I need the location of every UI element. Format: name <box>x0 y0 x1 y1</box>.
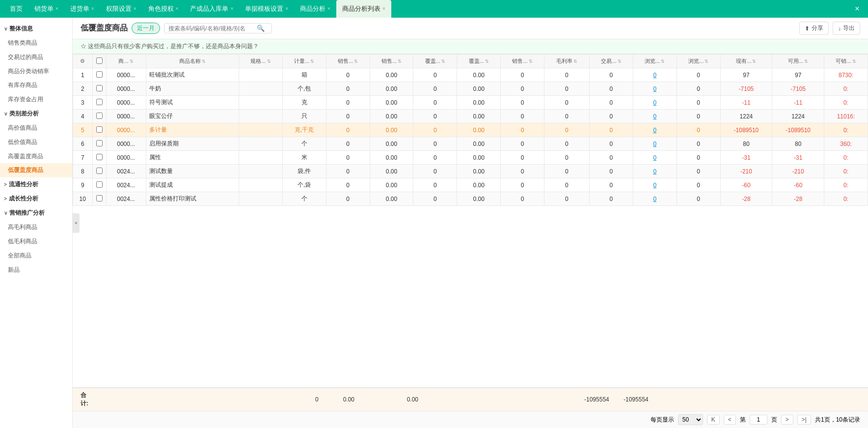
column-sales-qty[interactable]: 销售...⇅ <box>326 55 370 68</box>
export-button[interactable]: ↓ 导出 <box>833 22 860 35</box>
first-page-button[interactable]: K <box>707 415 720 425</box>
column-browse1[interactable]: 浏览...⇅ <box>633 55 677 68</box>
nav-close-analysis[interactable]: × <box>327 0 330 18</box>
sidebar-item-sales-products[interactable]: 销售类商品 <box>0 36 72 50</box>
sidebar-item-low-value[interactable]: 低价值商品 <box>0 135 72 149</box>
sidebar-section-growth[interactable]: > 成长性分析 <box>0 192 72 206</box>
nav-template-settings[interactable]: 单据模板设置 × <box>239 0 294 18</box>
nav-sales-order[interactable]: 销货单 × <box>28 0 64 18</box>
nav-close-analysis-list[interactable]: × <box>382 0 385 18</box>
sidebar-item-high-value[interactable]: 高价值商品 <box>0 121 72 135</box>
nav-close-permission[interactable]: × <box>134 0 136 18</box>
cell-sales-qty: 0 <box>326 178 370 192</box>
cell-browse1[interactable]: 0 <box>633 68 677 82</box>
sidebar-item-low-coverage[interactable]: 低覆盖度商品 <box>0 163 72 177</box>
sidebar-item-low-margin[interactable]: 低毛利商品 <box>0 234 72 249</box>
cell-coverage1: 0 <box>413 123 457 137</box>
nav-close-template[interactable]: × <box>285 0 288 18</box>
per-page-select[interactable]: 50 20 100 200 <box>678 414 703 425</box>
cell-browse1[interactable]: 0 <box>633 178 677 192</box>
sidebar-item-high-margin[interactable]: 高毛利商品 <box>0 220 72 234</box>
cell-checkbox[interactable] <box>92 82 106 96</box>
column-browse2[interactable]: 浏览...⇅ <box>677 55 720 68</box>
column-transaction[interactable]: 交易...⇅ <box>590 55 633 68</box>
cell-code: 0024... <box>106 165 146 178</box>
cell-browse1[interactable]: 0 <box>633 165 677 178</box>
cell-index: 6 <box>73 137 93 151</box>
cell-sales-coverage: 0 <box>501 82 544 96</box>
cell-checkbox[interactable] <box>92 192 106 206</box>
nav-home[interactable]: 首页 <box>4 0 28 18</box>
cell-checkbox[interactable] <box>92 151 106 165</box>
cell-available-qty: -210 <box>772 165 824 178</box>
column-checkbox-all[interactable] <box>92 55 106 68</box>
main-layout: ∨ 整体信息 销售类商品 交易过的商品 商品分类动销率 有库存商品 库存资金占用… <box>0 18 868 428</box>
column-name[interactable]: 商品名称⇅ <box>146 55 239 68</box>
cell-spec <box>239 165 283 178</box>
column-unit[interactable]: 计量...⇅ <box>282 55 326 68</box>
column-saleable[interactable]: 可销...⇅ <box>824 55 868 68</box>
cell-checkbox[interactable] <box>92 110 106 123</box>
prev-page-button[interactable]: < <box>724 415 736 425</box>
nav-close-purchase[interactable]: × <box>91 0 94 18</box>
window-close-button[interactable]: × <box>850 2 864 16</box>
cell-checkbox[interactable] <box>92 165 106 178</box>
column-code[interactable]: 商...⇅ <box>106 55 146 68</box>
nav-close-sales[interactable]: × <box>55 0 58 18</box>
nav-role-auth[interactable]: 角色授权 × <box>142 0 185 18</box>
table-row: 8 0024... 测试数量 袋,件 0 0.00 0 0.00 0 0 0 0… <box>73 165 868 178</box>
date-filter-button[interactable]: 近一月 <box>132 23 160 34</box>
cell-sales-coverage: 0 <box>501 165 544 178</box>
cell-name: 牛奶 <box>146 82 239 96</box>
cell-checkbox[interactable] <box>92 68 106 82</box>
sidebar-item-inventory-capital[interactable]: 库存资金占用 <box>0 92 72 107</box>
cell-checkbox[interactable] <box>92 178 106 192</box>
sidebar-item-category-rate[interactable]: 商品分类动销率 <box>0 64 72 79</box>
search-icon[interactable]: 🔍 <box>257 25 265 32</box>
sidebar-section-category[interactable]: ∨ 类别差分析 <box>0 107 72 121</box>
sidebar-item-traded-products[interactable]: 交易过的商品 <box>0 50 72 64</box>
cell-checkbox[interactable] <box>92 137 106 151</box>
nav-product-inbound[interactable]: 产成品入库单 × <box>184 0 239 18</box>
column-spec[interactable]: 规格...⇅ <box>239 55 283 68</box>
cell-spec <box>239 137 283 151</box>
cell-browse1[interactable]: 0 <box>633 82 677 96</box>
column-sales-amount[interactable]: 销售...⇅ <box>370 55 413 68</box>
page-number-input[interactable] <box>750 415 767 425</box>
nav-close-inbound[interactable]: × <box>230 0 233 18</box>
sidebar-section-overall[interactable]: ∨ 整体信息 <box>0 22 72 36</box>
search-input[interactable] <box>168 25 257 32</box>
column-current-qty[interactable]: 现有...⇅ <box>720 55 772 68</box>
next-page-button[interactable]: > <box>781 415 793 425</box>
column-coverage1[interactable]: 覆盖...⇅ <box>413 55 457 68</box>
nav-purchase-order[interactable]: 进货单 × <box>64 0 100 18</box>
cell-browse1[interactable]: 0 <box>633 192 677 206</box>
share-button[interactable]: ⬆ 分享 <box>799 22 829 35</box>
cell-spec <box>239 96 283 110</box>
sidebar-section-marketing[interactable]: ∨ 营销推广分析 <box>0 206 72 220</box>
cell-browse1[interactable]: 0 <box>633 110 677 123</box>
column-gross-margin[interactable]: 毛利率⇅ <box>544 55 589 68</box>
nav-product-analysis[interactable]: 商品分析 × <box>294 0 336 18</box>
last-page-button[interactable]: >| <box>797 415 811 425</box>
cell-browse1[interactable]: 0 <box>633 123 677 137</box>
sidebar-item-new-products[interactable]: 新品 <box>0 263 72 277</box>
column-available-qty[interactable]: 可用...⇅ <box>772 55 824 68</box>
cell-browse1[interactable]: 0 <box>633 96 677 110</box>
nav-product-analysis-list[interactable]: 商品分析列表 × <box>336 0 391 18</box>
column-sales-coverage[interactable]: 销售...⇅ <box>501 55 544 68</box>
sidebar-section-liquidity[interactable]: > 流通性分析 <box>0 177 72 192</box>
cell-checkbox[interactable] <box>92 96 106 110</box>
nav-close-role[interactable]: × <box>176 0 179 18</box>
sidebar-item-high-coverage[interactable]: 高覆盖度商品 <box>0 149 72 164</box>
select-all-checkbox[interactable] <box>96 57 103 64</box>
cell-browse1[interactable]: 0 <box>633 151 677 165</box>
nav-permission[interactable]: 权限设置 × <box>100 0 142 18</box>
column-coverage2[interactable]: 覆盖...⇅ <box>457 55 501 68</box>
cell-browse1[interactable]: 0 <box>633 137 677 151</box>
sidebar-item-stocked-products[interactable]: 有库存商品 <box>0 78 72 92</box>
cell-checkbox[interactable] <box>92 123 106 137</box>
sidebar-collapse-button[interactable]: « <box>73 213 80 233</box>
column-settings-icon[interactable]: ⚙ <box>73 55 93 68</box>
sidebar-item-all-products[interactable]: 全部商品 <box>0 249 72 263</box>
